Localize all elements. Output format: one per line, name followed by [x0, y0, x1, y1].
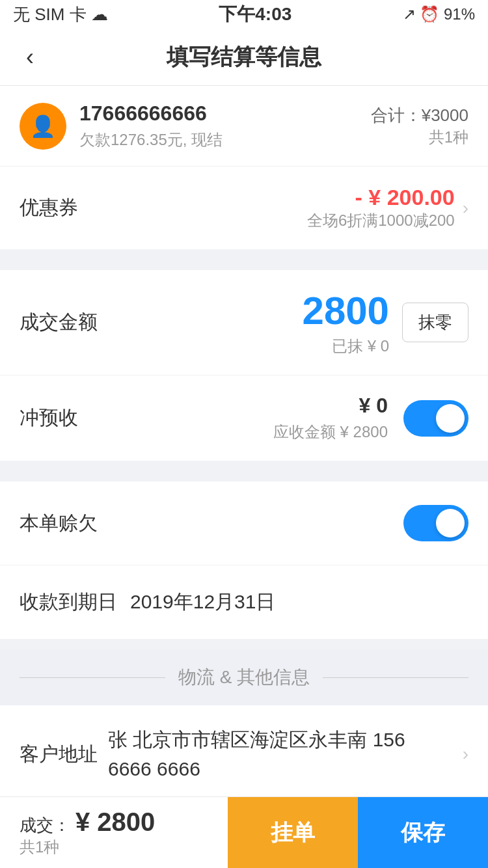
avatar-icon: 👤 — [30, 114, 56, 139]
amount-value: 2800 — [303, 288, 389, 333]
address-chevron-icon: › — [463, 744, 468, 765]
amount-col: 2800 已抹 ¥ 0 — [303, 288, 389, 357]
status-time: 下午4:03 — [219, 2, 291, 27]
divider-2 — [0, 471, 488, 481]
amount-section: 成交金额 2800 已抹 ¥ 0 抹零 冲预收 ¥ 0 应收金额 ¥ 2800 — [0, 270, 488, 461]
logistics-divider: 物流 & 其他信息 — [0, 649, 488, 705]
page-title: 填写结算等信息 — [167, 42, 321, 72]
debt-toggle[interactable] — [403, 505, 468, 541]
bottom-amount: ¥ 2800 — [75, 807, 155, 837]
due-date-label: 收款到期日 — [20, 589, 117, 616]
coupon-chevron-icon: › — [463, 198, 468, 219]
address-label: 客户地址 — [20, 741, 98, 768]
prepaid-label: 冲预收 — [20, 405, 78, 431]
back-button[interactable]: ‹ — [20, 37, 40, 77]
customer-section: 👤 17666666666 欠款1276.35元, 现结 合计：¥3000 共1… — [0, 86, 488, 249]
hold-button[interactable]: 挂单 — [228, 797, 358, 868]
customer-phone: 17666666666 — [79, 102, 223, 126]
debt-label: 本单赊欠 — [20, 510, 98, 537]
logistics-text: 物流 & 其他信息 — [178, 665, 310, 690]
prepaid-toggle[interactable] — [403, 400, 468, 437]
bottom-summary: 成交： ¥ 2800 共1种 — [0, 797, 228, 868]
prepaid-right: ¥ 0 应收金额 ¥ 2800 — [273, 394, 468, 442]
prepaid-sub: 应收金额 ¥ 2800 — [273, 422, 388, 442]
coupon-row[interactable]: 优惠券 - ¥ 200.00 全场6折满1000减200 › — [0, 166, 488, 249]
coupon-label: 优惠券 — [20, 195, 78, 221]
coupon-discount: - ¥ 200.00 — [307, 185, 455, 210]
status-left: 无 SIM 卡 ☁ — [13, 3, 108, 26]
address-section: 客户地址 张 北京市市辖区海淀区永丰南 156 6666 6666 › — [0, 705, 488, 803]
debt-section: 本单赊欠 收款到期日 2019年12月31日 — [0, 481, 488, 639]
bottom-count: 共1种 — [20, 837, 208, 858]
amount-label: 成交金额 — [20, 309, 98, 336]
bottom-bar: 成交： ¥ 2800 共1种 挂单 保存 — [0, 796, 488, 868]
customer-right: 合计：¥3000 共1种 — [371, 104, 468, 148]
amount-right: 2800 已抹 ¥ 0 抹零 — [303, 288, 468, 357]
status-icons: ↗ ⏰ 91% — [403, 5, 475, 23]
bottom-amount-row: 成交： ¥ 2800 — [20, 807, 208, 837]
customer-info: 17666666666 欠款1276.35元, 现结 — [79, 102, 223, 150]
divider-1 — [0, 260, 488, 270]
coupon-desc: 全场6折满1000减200 — [307, 210, 455, 231]
prepaid-row: 冲预收 ¥ 0 应收金额 ¥ 2800 — [0, 375, 488, 461]
debt-row: 本单赊欠 — [0, 481, 488, 565]
avatar: 👤 — [20, 103, 66, 150]
customer-left: 👤 17666666666 欠款1276.35元, 现结 — [20, 102, 223, 150]
address-row[interactable]: 客户地址 张 北京市市辖区海淀区永丰南 156 6666 6666 › — [0, 705, 488, 803]
status-right: ↗ ⏰ 91% — [403, 5, 475, 23]
due-date-value: 2019年12月31日 — [130, 589, 275, 616]
customer-sub: 欠款1276.35元, 现结 — [79, 129, 223, 150]
bottom-label: 成交： — [20, 814, 70, 837]
logistics-line-left — [20, 677, 165, 678]
total-count: 共1种 — [371, 127, 468, 148]
status-bar: 无 SIM 卡 ☁ 下午4:03 ↗ ⏰ 91% — [0, 0, 488, 29]
due-date-row: 收款到期日 2019年12月31日 — [0, 565, 488, 639]
round-off-button[interactable]: 抹零 — [402, 303, 468, 342]
total-label: 合计：¥3000 — [371, 104, 468, 127]
amount-row: 成交金额 2800 已抹 ¥ 0 抹零 — [0, 270, 488, 375]
logistics-line-right — [323, 677, 468, 678]
amount-sub: 已抹 ¥ 0 — [332, 336, 389, 357]
prepaid-amount: ¥ 0 — [359, 394, 388, 418]
prepaid-col: ¥ 0 应收金额 ¥ 2800 — [273, 394, 388, 442]
customer-row: 👤 17666666666 欠款1276.35元, 现结 合计：¥3000 共1… — [0, 86, 488, 166]
nav-bar: ‹ 填写结算等信息 — [0, 29, 488, 86]
address-value: 张 北京市市辖区海淀区永丰南 156 6666 6666 — [108, 725, 452, 783]
save-button[interactable]: 保存 — [358, 797, 488, 868]
coupon-right: - ¥ 200.00 全场6折满1000减200 › — [307, 185, 468, 231]
sim-status: 无 SIM 卡 ☁ — [13, 3, 108, 26]
